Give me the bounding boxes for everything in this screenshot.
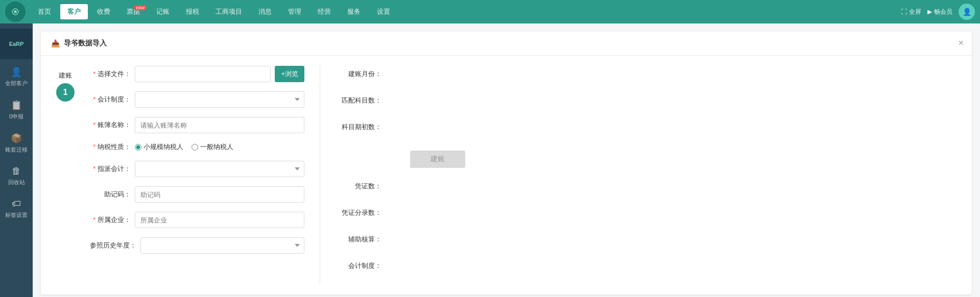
form-left: 选择文件： +浏览 会计制度： xyxy=(90,66,304,284)
declare-icon: 📋 xyxy=(11,100,22,111)
accounting-system-label: 会计制度： xyxy=(90,95,131,104)
svg-point-1 xyxy=(14,10,17,13)
tags-icon: 🏷 xyxy=(12,199,21,209)
step-section: 建账 1 xyxy=(56,66,75,284)
company-label: 所属企业： xyxy=(90,215,131,225)
vertical-divider xyxy=(320,66,320,284)
panel-body: 建账 1 选择文件： +浏览 会计制度： xyxy=(41,56,972,294)
content: 📥 导爷数据导入 × 建账 1 选择文件： xyxy=(33,23,980,297)
nav-tax[interactable]: 报税 xyxy=(179,4,206,19)
browse-button[interactable]: +浏览 xyxy=(275,66,304,82)
sidebar: EaRP 👤 全部客户 📋 0申报 📦 账套迁移 🗑 回收站 🏷 标签设置 xyxy=(0,23,33,297)
form-right: 建账月份： 匹配科目数： 科目期初数： 建账 xyxy=(336,66,540,284)
new-badge: new xyxy=(134,5,146,10)
nav-right: ⛶ 全屏 ▶ 畅会员 👤 xyxy=(901,4,975,20)
import-icon: 📥 xyxy=(51,39,60,47)
accounting-system2-label: 会计制度： xyxy=(336,261,381,270)
nav-settings[interactable]: 设置 xyxy=(370,4,397,19)
file-input-group: +浏览 xyxy=(135,66,304,82)
form-row-file: 选择文件： +浏览 xyxy=(90,66,304,82)
close-button[interactable]: × xyxy=(958,38,964,48)
bookname-label: 账簿名称： xyxy=(90,120,131,130)
radio-general-taxpayer[interactable]: 一般纳税人 xyxy=(192,142,233,152)
accountant-select[interactable] xyxy=(135,161,304,177)
month-label: 建账月份： xyxy=(336,69,381,79)
right-row-vouchers: 凭证数： xyxy=(336,178,540,194)
voucher-entries-label: 凭证分录数： xyxy=(336,208,381,217)
main-layout: EaRP 👤 全部客户 📋 0申报 📦 账套迁移 🗑 回收站 🏷 标签设置 📥 xyxy=(0,23,980,297)
match-accounts-label: 匹配科目数： xyxy=(336,96,381,105)
file-label: 选择文件： xyxy=(90,69,131,79)
nav-customer[interactable]: 客户 xyxy=(60,4,88,19)
form-row-accountant: 指派会计： xyxy=(90,161,304,177)
nav-service[interactable]: 服务 xyxy=(340,4,368,19)
nav-message[interactable]: 消息 xyxy=(251,4,279,19)
file-input[interactable] xyxy=(135,66,271,82)
nav-fee[interactable]: 收费 xyxy=(90,4,117,19)
top-nav: 首页 客户 收费 票据 new 记账 报税 工商项目 消息 管理 经营 服务 设… xyxy=(0,0,980,23)
radio-general-taxpayer-input[interactable] xyxy=(192,144,198,151)
step-label: 建账 xyxy=(59,71,72,80)
member-icon: ▶ xyxy=(927,8,932,15)
accounting-system-select[interactable] xyxy=(135,91,304,108)
avatar-icon: 👤 xyxy=(963,8,971,16)
nav-operation[interactable]: 经营 xyxy=(310,4,338,19)
step-circle: 1 xyxy=(56,83,75,102)
form-row-bookname: 账簿名称： xyxy=(90,117,304,133)
sidebar-item-allcustomers[interactable]: 👤 全部客户 xyxy=(0,61,33,92)
history-year-label: 参照历史年度： xyxy=(90,241,136,250)
nav-manage[interactable]: 管理 xyxy=(281,4,308,19)
sidebar-item-declare[interactable]: 📋 0申报 xyxy=(0,94,33,126)
sidebar-item-migration[interactable]: 📦 账套迁移 xyxy=(0,128,33,159)
logo xyxy=(5,2,26,22)
mnemonic-label: 助记码： xyxy=(90,190,131,199)
sidebar-logo: EaRP xyxy=(0,29,33,59)
radio-small-taxpayer[interactable]: 小规模纳税人 xyxy=(135,142,183,152)
nav-bizproject[interactable]: 工商项目 xyxy=(208,4,249,19)
sidebar-item-recycle[interactable]: 🗑 回收站 xyxy=(0,161,33,191)
form-row-mnemonic: 助记码： xyxy=(90,186,304,203)
nav-invoice[interactable]: 票据 new xyxy=(119,4,147,19)
accountant-label: 指派会计： xyxy=(90,164,131,174)
form-row-accounting-system: 会计制度： xyxy=(90,91,304,108)
radio-small-taxpayer-input[interactable] xyxy=(135,144,141,151)
nav-bookkeeping[interactable]: 记账 xyxy=(149,4,177,19)
sidebar-logo-text: EaRP xyxy=(9,41,24,47)
recycle-icon: 🗑 xyxy=(12,166,21,177)
user-avatar[interactable]: 👤 xyxy=(959,4,975,20)
right-row-aux-accounting: 辅助核算： xyxy=(336,231,540,247)
form-row-history-year: 参照历史年度： xyxy=(90,237,304,254)
right-row-accounting-system2: 会计制度： xyxy=(336,258,540,274)
import-panel: 📥 导爷数据导入 × 建账 1 选择文件： xyxy=(41,32,972,294)
aux-accounting-label: 辅助核算： xyxy=(336,235,381,244)
right-row-opening-balance: 科目期初数： xyxy=(336,119,540,135)
build-button[interactable]: 建账 xyxy=(410,151,465,168)
history-year-select[interactable] xyxy=(140,237,304,254)
form-row-company: 所属企业： xyxy=(90,212,304,228)
nav-items: 首页 客户 收费 票据 new 记账 报税 工商项目 消息 管理 经营 服务 设… xyxy=(31,4,901,19)
taxtype-radio-group: 小规模纳税人 一般纳税人 xyxy=(135,142,304,152)
vouchers-label: 凭证数： xyxy=(336,182,381,191)
opening-balance-label: 科目期初数： xyxy=(336,122,381,132)
build-button-area: 建账 xyxy=(336,145,540,178)
all-customers-icon: 👤 xyxy=(11,66,22,78)
mnemonic-input[interactable] xyxy=(135,186,304,203)
fullscreen-icon: ⛶ xyxy=(901,8,907,15)
form-row-taxtype: 纳税性质： 小规模纳税人 一般纳税人 xyxy=(90,142,304,152)
member-btn[interactable]: ▶ 畅会员 xyxy=(927,8,952,16)
fullscreen-btn[interactable]: ⛶ 全屏 xyxy=(901,8,921,16)
panel-header: 📥 导爷数据导入 xyxy=(41,32,972,56)
sidebar-item-tags[interactable]: 🏷 标签设置 xyxy=(0,193,33,224)
right-row-voucher-entries: 凭证分录数： xyxy=(336,205,540,221)
panel-title: 导爷数据导入 xyxy=(64,39,107,48)
bookname-input[interactable] xyxy=(135,117,304,133)
right-row-match-accounts: 匹配科目数： xyxy=(336,92,540,109)
company-input[interactable] xyxy=(135,212,304,228)
right-row-month: 建账月份： xyxy=(336,66,540,82)
migration-icon: 📦 xyxy=(11,133,22,144)
nav-home[interactable]: 首页 xyxy=(31,4,58,19)
taxtype-label: 纳税性质： xyxy=(90,142,131,152)
